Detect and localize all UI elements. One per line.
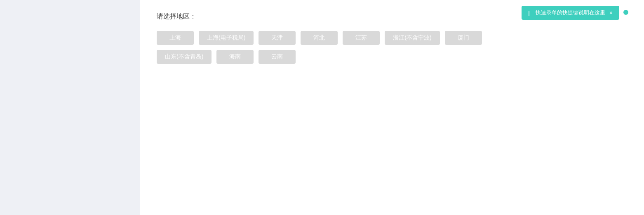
main-content: 请选择地区： 上海上海(电子税局)天津河北江苏浙江(不含宁波)厦门 山东(不含青… [140,0,644,215]
tooltip-text: 快速录单的快捷键说明在这里 [536,9,605,16]
region-btn-shanghai-etax[interactable]: 上海(电子税局) [199,31,254,45]
region-btn-shandong[interactable]: 山东(不含青岛) [157,50,212,64]
region-btn-yunnan[interactable]: 云南 [259,50,296,64]
region-btn-hainan[interactable]: 海南 [216,50,254,64]
tooltip-banner: 快速录单的快捷键说明在这里 × [522,6,619,20]
region-row-2: 山东(不含青岛)海南云南 [157,50,628,64]
region-row-1: 上海上海(电子税局)天津河北江苏浙江(不含宁波)厦门 [157,31,628,45]
tooltip-close-button[interactable]: × [609,10,613,16]
tooltip-indicator-dot [623,10,628,15]
left-sidebar [0,0,140,215]
region-btn-tianjin[interactable]: 天津 [259,31,296,45]
region-btn-hebei[interactable]: 河北 [301,31,338,45]
region-btn-zhejiang[interactable]: 浙江(不含宁波) [385,31,440,45]
region-btn-jiangsu[interactable]: 江苏 [343,31,380,45]
region-btn-xiamen[interactable]: 厦门 [445,31,482,45]
region-btn-shanghai[interactable]: 上海 [157,31,194,45]
